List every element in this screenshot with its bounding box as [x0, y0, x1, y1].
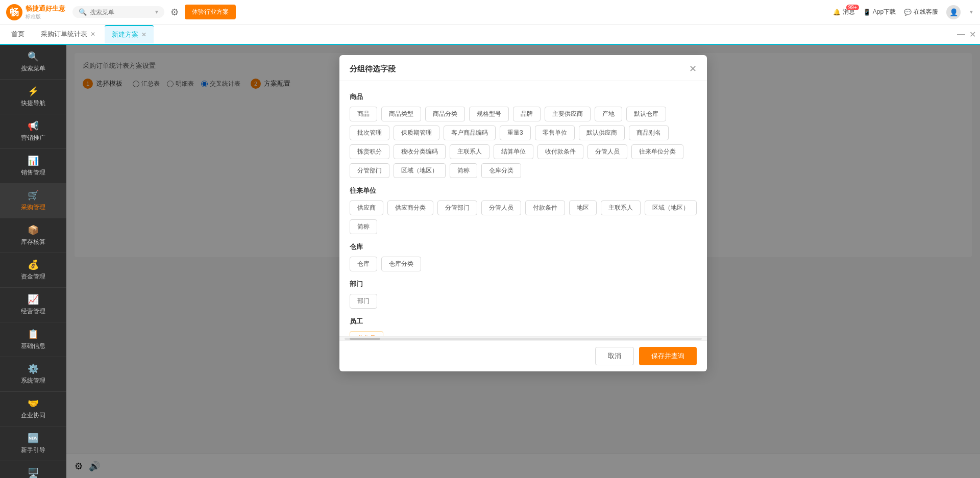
sidebar: 🔍 搜索菜单 ⚡ 快捷导航 📢 营销推广 📊 销售管理 🛒 采购管理 📦 库存核… — [0, 45, 66, 478]
field-tag-default-warehouse[interactable]: 默认仓库 — [626, 107, 666, 121]
inventory-icon: 📦 — [28, 224, 39, 236]
sidebar-item-newbie[interactable]: 🆕 新手引导 — [0, 426, 66, 461]
modal-hscroll-thumb — [350, 338, 380, 340]
tab-bar-right: — ✕ — [957, 30, 976, 39]
field-tag-responsible-person[interactable]: 分管人员 — [587, 144, 627, 159]
tab-new-scheme-close[interactable]: ✕ — [141, 31, 146, 38]
avatar[interactable]: 👤 — [946, 5, 961, 19]
finance-icon: 💰 — [28, 259, 39, 270]
logo-area: 畅 畅捷通好生意 标准版 — [6, 4, 72, 20]
section-title-staff: 员工 — [350, 317, 697, 326]
tab-home-label: 首页 — [11, 30, 24, 39]
sidebar-item-quicknav[interactable]: ⚡ 快捷导航 — [0, 80, 66, 114]
field-tag-tax-code[interactable]: 税收分类编码 — [394, 144, 446, 159]
field-tag-dept[interactable]: 部门 — [350, 294, 377, 309]
notification-badge: 99+ — [846, 5, 859, 10]
field-grid-staff: 业务员 — [350, 331, 697, 336]
quicknav-icon: ⚡ — [28, 86, 39, 97]
sidebar-item-marketing[interactable]: 📢 营销推广 — [0, 114, 66, 149]
service-icon: 💬 — [904, 9, 912, 16]
notification-icon: 🔔 — [833, 9, 841, 16]
confirm-button[interactable]: 保存并查询 — [639, 347, 697, 365]
logo-icon: 畅 — [6, 4, 22, 20]
system-icon: ⚙️ — [28, 363, 39, 374]
field-tag-area[interactable]: 地区 — [569, 200, 597, 215]
field-tag-supplier[interactable]: 供应商 — [350, 200, 383, 215]
settings-icon-btn[interactable]: ⚙ — [168, 5, 181, 20]
online-service-item[interactable]: 💬 在线客服 — [904, 8, 938, 16]
tab-new-scheme[interactable]: 新建方案 ✕ — [105, 25, 154, 43]
sidebar-item-system[interactable]: ⚙️ 系统管理 — [0, 357, 66, 392]
sidebar-item-collab[interactable]: 🤝 企业协同 — [0, 392, 66, 426]
field-tag-short-name-goods[interactable]: 简称 — [450, 163, 477, 178]
app-download-label: App下载 — [873, 8, 896, 16]
sidebar-item-basic[interactable]: 📋 基础信息 — [0, 322, 66, 357]
field-tag-main-contact2[interactable]: 主联系人 — [601, 200, 641, 215]
field-tag-dept-mgmt[interactable]: 分管部门 — [437, 200, 477, 215]
field-tag-batch-mgmt[interactable]: 批次管理 — [350, 125, 389, 140]
field-tag-main-supplier[interactable]: 主要供应商 — [545, 107, 591, 121]
sidebar-item-appcenter[interactable]: 🖥️ 应用中心 — [0, 461, 66, 478]
sidebar-item-search[interactable]: 🔍 搜索菜单 — [0, 45, 66, 80]
online-service-label: 在线客服 — [914, 8, 938, 16]
field-tag-supplier-cat[interactable]: 供应商分类 — [387, 200, 433, 215]
modal-title: 分组待选字段 — [350, 64, 396, 74]
appcenter-icon: 🖥️ — [28, 467, 39, 478]
tab-purchase-stats[interactable]: 采购订单统计表 ✕ — [34, 26, 103, 43]
main-layout: 🔍 搜索菜单 ⚡ 快捷导航 📢 营销推广 📊 销售管理 🛒 采购管理 📦 库存核… — [0, 45, 980, 478]
field-tag-short-name-cp[interactable]: 简称 — [350, 219, 377, 234]
field-tag-responsible-dept[interactable]: 分管部门 — [350, 163, 389, 178]
cancel-button[interactable]: 取消 — [595, 347, 634, 365]
field-tag-goods[interactable]: 商品 — [350, 107, 377, 121]
field-tag-counterpart-category[interactable]: 往来单位分类 — [631, 144, 683, 159]
sidebar-item-inventory[interactable]: 📦 库存核算 — [0, 218, 66, 253]
field-tag-goods-category[interactable]: 商品分类 — [425, 107, 465, 121]
field-tag-warehouse-category[interactable]: 仓库分类 — [381, 257, 421, 271]
sidebar-item-purchase-label: 采购管理 — [21, 203, 45, 212]
field-tag-brand[interactable]: 品牌 — [513, 107, 541, 121]
field-tag-customer-code[interactable]: 客户商品编码 — [444, 125, 496, 140]
field-tag-region-goods[interactable]: 区域（地区） — [394, 163, 446, 178]
tab-purchase-stats-close[interactable]: ✕ — [90, 31, 95, 38]
field-tag-payment-cond[interactable]: 付款条件 — [525, 200, 565, 215]
tab-minimize-icon[interactable]: — — [957, 30, 965, 39]
field-tag-person-mgmt[interactable]: 分管人员 — [481, 200, 521, 215]
sidebar-item-sales[interactable]: 📊 销售管理 — [0, 149, 66, 184]
field-tag-payment-terms[interactable]: 收付款条件 — [537, 144, 583, 159]
sidebar-item-basic-label: 基础信息 — [21, 342, 45, 350]
field-tag-pick-points[interactable]: 拣货积分 — [350, 144, 389, 159]
section-title-goods: 商品 — [350, 92, 697, 102]
field-tag-spec-model[interactable]: 规格型号 — [469, 107, 509, 121]
field-tag-goods-alias[interactable]: 商品别名 — [629, 125, 669, 140]
sidebar-item-quicknav-label: 快捷导航 — [21, 99, 45, 108]
field-tag-settlement-unit[interactable]: 结算单位 — [494, 144, 533, 159]
field-tag-main-contact[interactable]: 主联系人 — [450, 144, 489, 159]
chevron-down-icon: ▼ — [154, 9, 159, 15]
tab-home[interactable]: 首页 — [4, 26, 32, 43]
field-tag-origin[interactable]: 产地 — [595, 107, 622, 121]
field-tag-shelf-life[interactable]: 保质期管理 — [394, 125, 439, 140]
search-menu-icon: 🔍 — [28, 51, 39, 62]
search-input[interactable] — [90, 9, 151, 16]
content-area: 采购订单统计表方案设置 1 选择模板 汇总表 明细表 交叉统计表 — [66, 45, 980, 478]
modal-close-button[interactable]: ✕ — [689, 63, 697, 74]
field-tag-region-counterpart[interactable]: 区域（地区） — [645, 200, 697, 215]
sidebar-item-finance[interactable]: 💰 资金管理 — [0, 253, 66, 288]
sidebar-item-purchase[interactable]: 🛒 采购管理 — [0, 184, 66, 218]
field-tag-warehouse-cat[interactable]: 仓库分类 — [481, 163, 521, 178]
field-tag-salesperson[interactable]: 业务员 — [350, 331, 383, 336]
search-area[interactable]: 🔍 ▼ — [72, 6, 164, 18]
field-tag-goods-type[interactable]: 商品类型 — [381, 107, 421, 121]
field-tag-default-supplier[interactable]: 默认供应商 — [579, 125, 625, 140]
modal-hscroll-track — [345, 338, 702, 340]
sidebar-item-operations[interactable]: 📈 经营管理 — [0, 288, 66, 322]
purchase-icon: 🛒 — [28, 190, 39, 201]
sidebar-item-marketing-label: 营销推广 — [21, 134, 45, 142]
app-download-item[interactable]: 📱 App下载 — [863, 8, 896, 16]
field-tag-retail-unit[interactable]: 零售单位 — [535, 125, 575, 140]
field-tag-warehouse[interactable]: 仓库 — [350, 257, 377, 271]
field-tag-weight3[interactable]: 重量3 — [500, 125, 531, 140]
trial-btn[interactable]: 体验行业方案 — [185, 5, 236, 19]
notification-item[interactable]: 🔔 99+ 消息 — [833, 8, 855, 16]
tab-close-all-icon[interactable]: ✕ — [969, 30, 976, 39]
